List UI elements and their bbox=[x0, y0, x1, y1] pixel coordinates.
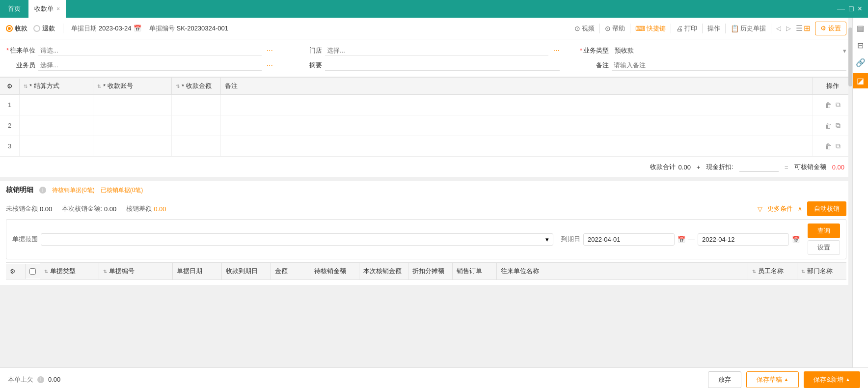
discard-btn[interactable]: 放弃 bbox=[708, 371, 741, 388]
th-ops: 操作 bbox=[813, 78, 852, 94]
done-tab[interactable]: 已核销单据(0笔) bbox=[101, 186, 143, 195]
settings-btn[interactable]: ⚙ 设置 bbox=[815, 22, 846, 35]
th-settings[interactable]: ⚙ bbox=[0, 79, 20, 94]
scrollbar-thumb[interactable] bbox=[848, 28, 852, 86]
print-btn[interactable]: 🖨 打印 bbox=[676, 24, 697, 33]
window-min-icon[interactable]: — bbox=[837, 4, 845, 13]
date-end-input[interactable] bbox=[698, 233, 789, 246]
td-remark-3[interactable] bbox=[221, 136, 813, 156]
delete-row-2-icon[interactable]: 🗑 bbox=[825, 122, 832, 130]
bth-pending: 待核销金额 bbox=[310, 263, 359, 279]
td-settle-1[interactable] bbox=[20, 95, 93, 115]
table-header: ⚙ ⇅ * 结算方式 ⇅ * 收款账号 ⇅ * 收款金额 备注 操作 bbox=[0, 77, 852, 95]
settings-gear-icon: ⚙ bbox=[820, 25, 826, 32]
td-settle-3[interactable] bbox=[20, 136, 93, 156]
copy-row-2-icon[interactable]: ⧉ bbox=[836, 121, 841, 130]
staff-more-icon[interactable]: ··· bbox=[267, 61, 273, 70]
td-amount-1[interactable] bbox=[172, 95, 221, 115]
window-max-icon[interactable]: □ bbox=[849, 4, 854, 13]
save-btn[interactable]: 保存&新增 ▲ bbox=[804, 371, 860, 388]
staff-input[interactable] bbox=[38, 60, 262, 71]
tab-close-icon[interactable]: × bbox=[56, 5, 60, 12]
cal-start-icon[interactable]: 📅 bbox=[678, 236, 685, 243]
prev-icon[interactable]: ◁ bbox=[776, 25, 781, 32]
bill-no-value: SK-20230324-001 bbox=[177, 25, 229, 32]
next-icon[interactable]: ▷ bbox=[786, 25, 791, 32]
receipt-table: ⚙ ⇅ * 结算方式 ⇅ * 收款账号 ⇅ * 收款金额 备注 操作 bbox=[0, 77, 852, 177]
sidebar-btn-1[interactable]: ▤ bbox=[855, 22, 866, 35]
amount-input-2[interactable] bbox=[176, 122, 217, 129]
help-btn[interactable]: ⊙ 帮助 bbox=[605, 24, 625, 33]
calendar-icon[interactable]: 📅 bbox=[134, 25, 141, 32]
remark-input-3[interactable] bbox=[225, 142, 809, 150]
partner-more-icon[interactable]: ··· bbox=[267, 46, 273, 55]
th-account: ⇅ * 收款账号 bbox=[93, 78, 172, 94]
store-input[interactable] bbox=[325, 45, 548, 56]
bth-checkbox[interactable] bbox=[26, 264, 40, 279]
auto-writeoff-btn[interactable]: 自动核销 bbox=[807, 201, 846, 216]
window-close-icon[interactable]: × bbox=[858, 4, 862, 13]
remark-input[interactable] bbox=[612, 60, 846, 71]
this-label: 本次核销金额: bbox=[62, 204, 102, 213]
discount-input[interactable] bbox=[739, 162, 779, 172]
sort-icon-2: ⇅ bbox=[97, 84, 101, 89]
settle-input-1[interactable] bbox=[24, 101, 89, 109]
amount-input-3[interactable] bbox=[176, 142, 217, 150]
range-select[interactable]: ▾ bbox=[41, 233, 553, 246]
tab-home[interactable]: 首页 bbox=[0, 0, 28, 18]
sidebar-btn-2[interactable]: ⊟ bbox=[855, 39, 866, 52]
cal-end-icon[interactable]: 📅 bbox=[792, 236, 800, 243]
settle-input-2[interactable] bbox=[24, 122, 89, 129]
bth-due: 收款到期日 bbox=[222, 263, 271, 279]
collapse-icon[interactable]: ∧ bbox=[798, 205, 802, 212]
select-all-checkbox[interactable] bbox=[29, 268, 36, 275]
copy-row-1-icon[interactable]: ⧉ bbox=[836, 101, 841, 109]
amount-input-1[interactable] bbox=[176, 101, 217, 109]
td-account-3[interactable] bbox=[93, 136, 172, 156]
writeoff-info-icon[interactable]: i bbox=[39, 187, 46, 194]
layout-icons[interactable]: ☰ ⊞ bbox=[796, 24, 810, 33]
biz-type-dropdown-icon[interactable]: ▾ bbox=[843, 47, 846, 55]
account-input-1[interactable] bbox=[97, 101, 167, 109]
delete-row-3-icon[interactable]: 🗑 bbox=[825, 142, 832, 150]
td-remark-1[interactable] bbox=[221, 95, 813, 115]
range-field: 单据范围 ▾ bbox=[12, 233, 553, 246]
operate-btn[interactable]: 操作 bbox=[707, 24, 720, 33]
query-btn[interactable]: 查询 bbox=[808, 223, 840, 238]
partner-input[interactable] bbox=[38, 45, 262, 56]
summary-input[interactable] bbox=[325, 60, 560, 71]
store-more-icon[interactable]: ··· bbox=[553, 46, 560, 55]
history-btn[interactable]: 📋 历史单据 bbox=[731, 24, 766, 33]
settle-input-3[interactable] bbox=[24, 142, 89, 150]
account-input-2[interactable] bbox=[97, 122, 167, 129]
td-settle-2[interactable] bbox=[20, 115, 93, 136]
bth-settings[interactable]: ⚙ bbox=[6, 264, 26, 279]
radio-receive[interactable]: 收款 bbox=[6, 24, 27, 33]
tab-active[interactable]: 收款单 × bbox=[28, 0, 66, 18]
footer-info-icon[interactable]: i bbox=[37, 376, 44, 383]
remark-input-2[interactable] bbox=[225, 122, 809, 129]
radio-refund[interactable]: 退款 bbox=[33, 24, 55, 33]
staff-field: 业务员 ··· bbox=[6, 60, 273, 71]
td-amount-3[interactable] bbox=[172, 136, 221, 156]
sidebar-btn-4[interactable]: ◪ bbox=[853, 73, 868, 88]
shortcut-btn[interactable]: ⌨ 快捷键 bbox=[635, 24, 666, 33]
td-account-2[interactable] bbox=[93, 115, 172, 136]
writeoff-settings-btn[interactable]: 设置 bbox=[808, 240, 840, 255]
store-label: 门店 bbox=[293, 46, 322, 55]
video-btn[interactable]: ⊙ 视频 bbox=[574, 24, 595, 33]
sidebar-attachment-icon[interactable]: 🔗 bbox=[854, 56, 868, 69]
td-remark-2[interactable] bbox=[221, 115, 813, 136]
total-value: 0.00 bbox=[678, 164, 691, 171]
remark-input-1[interactable] bbox=[225, 101, 809, 109]
draft-btn[interactable]: 保存草稿 ▲ bbox=[746, 371, 799, 388]
account-input-3[interactable] bbox=[97, 142, 167, 150]
copy-row-3-icon[interactable]: ⧉ bbox=[836, 142, 841, 150]
td-amount-2[interactable] bbox=[172, 115, 221, 136]
bth-partner: 往来单位名称 bbox=[497, 263, 748, 279]
td-account-1[interactable] bbox=[93, 95, 172, 115]
more-conditions-btn[interactable]: 更多条件 bbox=[767, 204, 793, 213]
date-start-input[interactable] bbox=[583, 233, 675, 246]
delete-row-1-icon[interactable]: 🗑 bbox=[825, 101, 832, 109]
pending-tab[interactable]: 待核销单据(0笔) bbox=[52, 186, 95, 195]
